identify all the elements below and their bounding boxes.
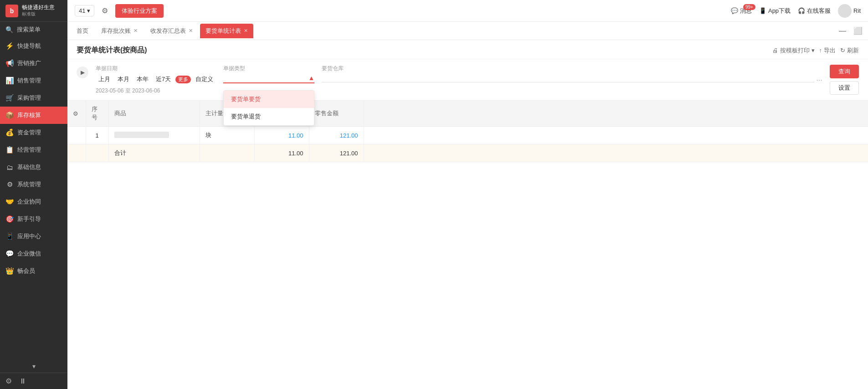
store-number: 41 [79, 7, 85, 14]
filter-toggle-button[interactable]: ▶ [77, 67, 88, 78]
tab-expand-button[interactable]: ⬜ [852, 25, 864, 37]
app-download-label: App下载 [768, 7, 791, 15]
purchase-icon: 🛒 [5, 94, 14, 102]
td-product [108, 127, 200, 144]
warehouse-input[interactable] [322, 74, 814, 82]
quick-nav-label: 快捷导航 [17, 42, 41, 50]
basic-info-label: 基础信息 [17, 163, 41, 171]
basic-info-icon: 🗂 [5, 164, 14, 171]
tab-receive-summary[interactable]: 收发存汇总表 ✕ [145, 24, 198, 38]
th-extra [364, 101, 868, 127]
sidebar-item-guide[interactable]: 🎯 新手引导 [0, 210, 67, 228]
print-label: 按模板打印 [780, 46, 810, 55]
messages-badge: 99+ [743, 4, 755, 10]
store-selector[interactable]: 41 ▾ [75, 5, 94, 16]
print-button[interactable]: 🖨 按模板打印 ▾ [772, 46, 815, 55]
sidebar-item-finance[interactable]: 💰 资金管理 [0, 124, 67, 141]
online-service-item[interactable]: 🎧 在线客服 [798, 7, 831, 15]
finance-label: 资金管理 [17, 128, 41, 137]
sidebar-item-cooperation[interactable]: 🤝 企业协同 [0, 193, 67, 210]
tabs-bar: 首页 库存批次账 ✕ 收发存汇总表 ✕ 要货单统计表 ✕ — ⬜ [67, 22, 868, 40]
app-download-item[interactable]: 📱 App下载 [759, 7, 791, 15]
tab-order-summary-close[interactable]: ✕ [244, 28, 248, 34]
tab-receive-summary-close[interactable]: ✕ [189, 28, 193, 34]
date-last-7days-btn[interactable]: 近7天 [153, 74, 174, 84]
date-last-month-btn[interactable]: 上月 [96, 74, 113, 84]
date-filter-group: 单据日期 上月 本月 本年 近7天 更多 自定义 2023-05-06 至 20… [96, 65, 216, 95]
search-menu-label: 搜索菜单 [17, 26, 41, 34]
sidebar-nav: ⚡ 快捷导航 📢 营销推广 📊 销售管理 🛒 采购管理 📦 库存核算 💰 资金管… [0, 37, 67, 360]
sidebar-item-quick-nav[interactable]: ⚡ 快捷导航 [0, 37, 67, 55]
query-button[interactable]: 查询 [830, 65, 859, 78]
date-this-month-btn[interactable]: 本月 [115, 74, 132, 84]
sidebar-item-inventory[interactable]: 📦 库存核算 [0, 107, 67, 124]
tab-inventory-batch-close[interactable]: ✕ [134, 28, 138, 34]
inventory-label: 库存核算 [17, 111, 41, 119]
export-icon: ↑ [819, 47, 822, 54]
export-button[interactable]: ↑ 导出 [819, 46, 836, 55]
doctype-dropdown-arrow[interactable]: ▲ [308, 74, 314, 82]
sidebar-bottom: ⚙ ⏸ [0, 373, 67, 389]
sidebar-scroll-down[interactable]: ▾ [0, 360, 67, 373]
vip-icon: 👑 [5, 267, 14, 275]
dropdown-item-order-goods[interactable]: 要货单要货 [224, 91, 314, 108]
tab-home[interactable]: 首页 [71, 24, 94, 38]
tab-order-summary-label: 要货单统计表 [205, 27, 241, 35]
tab-inventory-batch[interactable]: 库存批次账 ✕ [96, 24, 143, 38]
filter-settings-button[interactable]: 设置 [830, 81, 859, 95]
sidebar-item-vip[interactable]: 👑 畅会员 [0, 262, 67, 280]
collapse-icon[interactable]: ⏸ [19, 377, 26, 385]
sidebar-item-marketing[interactable]: 📢 营销推广 [0, 55, 67, 72]
th-settings[interactable]: ⚙ [67, 101, 86, 127]
app-center-label: 应用中心 [17, 232, 41, 241]
doctype-label: 单据类型 [223, 65, 314, 72]
sidebar-item-system[interactable]: ⚙ 系统管理 [0, 176, 67, 193]
finance-icon: 💰 [5, 128, 14, 137]
app-version: 标准版 [22, 11, 55, 17]
industry-plan-button[interactable]: 体验行业方案 [115, 4, 164, 18]
user-profile-item[interactable]: Rit [838, 4, 861, 18]
export-label: 导出 [824, 46, 836, 55]
cooperation-icon: 🤝 [5, 198, 14, 206]
page-title: 要货单统计表(按商品) [77, 46, 147, 55]
sidebar-item-wechat[interactable]: 💬 企业微信 [0, 245, 67, 262]
sidebar-item-basic-info[interactable]: 🗂 基础信息 [0, 159, 67, 176]
footer-settings [67, 144, 86, 162]
qty-link[interactable]: 11.00 [288, 132, 303, 139]
page-content: 要货单统计表(按商品) 🖨 按模板打印 ▾ ↑ 导出 ↻ 刷新 [67, 40, 868, 389]
table-row: 1 块 11.00 121.00 [67, 127, 868, 144]
tab-receive-summary-label: 收发存汇总表 [150, 27, 186, 35]
sidebar-item-sales[interactable]: 📊 销售管理 [0, 72, 67, 89]
messages-item[interactable]: 💬 消息 99+ [731, 7, 752, 15]
date-more-btn[interactable]: 更多 [175, 76, 191, 83]
date-custom-btn[interactable]: 自定义 [193, 74, 216, 84]
doctype-dropdown: 要货单要货 要货单退货 [223, 90, 314, 126]
header-gear-button[interactable]: ⚙ [100, 5, 110, 17]
sidebar-item-operation[interactable]: 📋 经营管理 [0, 141, 67, 159]
search-menu-item[interactable]: 🔍 搜索菜单 [0, 22, 67, 37]
table-header-row: ⚙ 序号 商品 主计量单位 主数量 零售金额 [67, 101, 868, 127]
filter-row: ▶ 单据日期 上月 本月 本年 近7天 更多 自定义 2023-05-06 [67, 59, 868, 101]
footer-amount: 121.00 [309, 144, 364, 162]
amount-link[interactable]: 121.00 [340, 132, 358, 139]
message-bell-icon: 💬 [731, 7, 738, 14]
table-container: ⚙ 序号 商品 主计量单位 主数量 零售金额 1 [67, 101, 868, 162]
app-center-icon: 📱 [5, 232, 14, 241]
date-this-year-btn[interactable]: 本年 [134, 74, 151, 84]
app-download-icon: 📱 [759, 7, 766, 14]
tab-minimize-button[interactable]: — [837, 25, 848, 37]
refresh-button[interactable]: ↻ 刷新 [840, 46, 859, 55]
warehouse-more-icon[interactable]: … [816, 75, 822, 82]
doctype-input[interactable] [223, 75, 308, 82]
td-qty: 11.00 [254, 127, 309, 144]
main-area: 41 ▾ ⚙ 体验行业方案 💬 消息 99+ 📱 App下载 🎧 在线客服 Ri… [67, 0, 868, 389]
sidebar-item-app-center[interactable]: 📱 应用中心 [0, 228, 67, 245]
td-num: 1 [86, 127, 108, 144]
tab-order-summary[interactable]: 要货单统计表 ✕ [200, 24, 253, 38]
headset-icon: 🎧 [798, 7, 805, 14]
sidebar-item-purchase[interactable]: 🛒 采购管理 [0, 89, 67, 107]
settings-bottom-icon[interactable]: ⚙ [5, 377, 12, 385]
td-amount: 121.00 [309, 127, 364, 144]
dropdown-item-order-return[interactable]: 要货单退货 [224, 108, 314, 125]
table-footer-row: 合计 11.00 121.00 [67, 144, 868, 162]
